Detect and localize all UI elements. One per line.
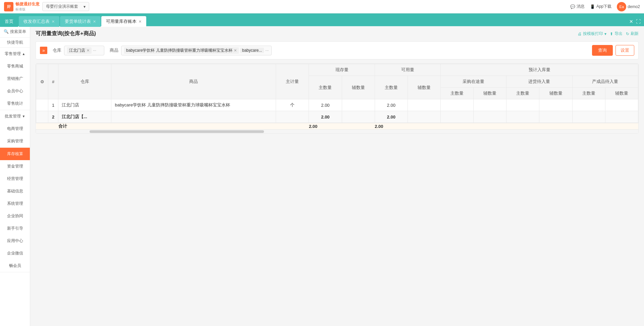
tab-receipts[interactable]: 收发存汇总表 ✕ <box>19 16 59 27</box>
cell-purchase-main <box>441 99 474 111</box>
sidebar-item-ecommerce[interactable]: 电商管理 <box>0 123 30 135</box>
sidebar-item-label: 新手引导 <box>7 226 23 231</box>
remove-warehouse-tag[interactable]: ✕ <box>87 48 90 53</box>
th-incoming-main: 主数量 <box>506 88 539 99</box>
th-available-group: 可用量 <box>375 64 440 76</box>
sidebar-item-purchase[interactable]: 采购管理 <box>0 135 30 147</box>
message-btn[interactable]: 💬 消息 <box>570 4 585 9</box>
sidebar-item-newbie[interactable]: 新手引导 <box>0 222 30 235</box>
query-btn[interactable]: 查询 <box>592 45 613 56</box>
footer-avail-aux <box>408 123 440 129</box>
cell-gear <box>36 99 48 111</box>
sidebar-item-label: 采购管理 <box>7 138 23 144</box>
cell-index: 2 <box>48 111 58 123</box>
filter-expand-btn[interactable]: » <box>40 47 47 54</box>
printer-icon: 🖨 <box>578 32 582 36</box>
app-download-btn[interactable]: 📱 App下载 <box>590 4 611 9</box>
cell-stock-main: 2.00 <box>309 111 342 123</box>
cell-stock-main: 2.00 <box>309 99 342 111</box>
footer-production-aux <box>605 123 638 129</box>
sidebar-section: 零售管理 ▲ 零售商城 营销推广 会员中心 零售统计 <box>0 48 30 110</box>
close-inventory-tab[interactable]: ✕ <box>139 19 142 24</box>
footer-gear <box>36 123 48 129</box>
sidebar-item-label: 零售管理 <box>5 51 21 57</box>
sidebar-item-label: 经营管理 <box>7 176 23 182</box>
sidebar-item-label: 资金管理 <box>7 164 23 169</box>
remove-product-tag[interactable]: ✕ <box>234 48 237 53</box>
cell-incoming-aux <box>539 111 572 123</box>
product-input[interactable]: babycare学饮杯 儿童防摔防撞吸管杯重力球吸嘴杯宝宝水杯 ✕ babyca… <box>121 46 272 55</box>
cell-avail-main: 2.00 <box>375 99 408 111</box>
scroll-thumb[interactable] <box>90 130 264 133</box>
sidebar-item-label: 库存核算 <box>7 151 23 157</box>
sidebar-nav[interactable]: 快捷导航 <box>0 38 30 48</box>
sidebar-item-enterprise-wechat[interactable]: 企业微信 <box>0 247 30 260</box>
tab-home[interactable]: 首页 <box>0 16 18 27</box>
th-purchase-group: 采购在途量 <box>441 76 506 88</box>
horizontal-scrollbar[interactable] <box>36 129 638 133</box>
footer-stock-aux <box>342 123 375 129</box>
refresh-btn[interactable]: ↻ 刷新 <box>626 31 639 37</box>
sidebar-item-wholesale[interactable]: 批发管理 ▼ <box>0 110 30 123</box>
tab-orders[interactable]: 要货单统计表 ✕ <box>60 16 101 27</box>
sidebar-item-app-center[interactable]: 应用中心 <box>0 235 30 247</box>
gear-icon[interactable]: ⚙ <box>40 79 44 84</box>
sidebar-item-retail-mall[interactable]: 零售商城 <box>0 60 30 73</box>
tab-inventory[interactable]: 可用量库存账本 ✕ <box>101 16 146 27</box>
cell-purchase-aux <box>474 111 506 123</box>
filter-area: » 仓库 江北门店 ✕ ··· 商品 babycare学饮杯 儿童防摔防撞吸管杯… <box>36 41 639 59</box>
refresh-icon: ↻ <box>626 32 629 36</box>
sidebar-item-member[interactable]: 会员中心 <box>0 85 30 97</box>
sidebar-item-basic-info[interactable]: 基础信息 <box>0 185 30 197</box>
cell-warehouse: 江北门店 <box>58 99 111 111</box>
more-products-btn[interactable]: ··· <box>265 48 269 53</box>
sidebar-item-label: 零售商城 <box>7 63 23 69</box>
table-footer: 合计 2.00 2.00 <box>36 123 638 129</box>
cell-index: 1 <box>48 99 58 111</box>
product-tag-short: babycare... <box>240 48 264 53</box>
cell-product: babycare学饮杯 儿童防摔防撞吸管杯重力球吸嘴杯宝宝水杯 <box>111 99 276 111</box>
cell-purchase-aux <box>474 99 506 111</box>
sidebar-item-finance[interactable]: 资金管理 <box>0 160 30 173</box>
footer-purchase-aux <box>474 123 506 129</box>
settings-btn[interactable]: 设置 <box>615 45 634 56</box>
sidebar-item-enterprise[interactable]: 企业协同 <box>0 210 30 222</box>
home-tab-label: 首页 <box>5 18 13 25</box>
sidebar-item-system[interactable]: 系统管理 <box>0 197 30 210</box>
print-btn[interactable]: 🖨 按模板打印 ▾ <box>578 31 606 37</box>
sidebar-item-marketing[interactable]: 营销推广 <box>0 73 30 85</box>
sidebar-item-retail-mgmt[interactable]: 零售管理 ▲ <box>0 48 30 60</box>
sidebar-item-operations[interactable]: 经营管理 <box>0 173 30 185</box>
product-tag: babycare学饮杯 儿童防摔防撞吸管杯重力球吸嘴杯宝宝水杯 ✕ <box>124 47 239 54</box>
th-gear[interactable]: ⚙ <box>36 64 48 99</box>
close-receipts-tab[interactable]: ✕ <box>52 19 55 24</box>
close-orders-tab[interactable]: ✕ <box>93 19 96 24</box>
cell-production-aux <box>605 111 638 123</box>
more-warehouses-btn[interactable]: ··· <box>93 48 96 53</box>
footer-purchase-main <box>441 123 474 129</box>
cell-stock-aux <box>342 99 375 111</box>
sidebar-item-retail-stats[interactable]: 零售统计 <box>0 97 30 110</box>
sidebar-item-label: 会员中心 <box>7 88 23 94</box>
industry-selector[interactable]: 母婴行业演示账套 ▾ <box>42 2 89 11</box>
sidebar-search[interactable]: 🔍 搜索菜单 <box>0 26 30 38</box>
footer-avail-main: 2.00 <box>375 123 408 129</box>
maximize-icon[interactable]: ⛶ <box>636 19 641 24</box>
warehouse-tag: 江北门店 ✕ <box>67 47 92 54</box>
warehouse-input[interactable]: 江北门店 ✕ ··· <box>64 46 104 55</box>
logo-icon: 好 <box>4 2 13 11</box>
th-purchase-aux: 辅数量 <box>474 88 506 99</box>
th-production-aux: 辅数量 <box>605 88 638 99</box>
product-filter-group: 商品 babycare学饮杯 儿童防摔防撞吸管杯重力球吸嘴杯宝宝水杯 ✕ bab… <box>110 46 272 55</box>
sidebar-item-label: 企业协同 <box>7 213 23 219</box>
close-all-tabs[interactable]: ✕ <box>629 19 633 24</box>
cell-incoming-aux <box>539 99 572 111</box>
page-title: 可用量查询(按仓库+商品) <box>36 30 96 37</box>
logo-area: 好 畅捷通好生意 标准版 <box>4 1 40 12</box>
user-menu[interactable]: Ea demo2 <box>617 2 640 11</box>
sidebar-item-inventory-check[interactable]: 库存核算 <box>0 148 30 160</box>
export-btn[interactable]: ⬆ 导出 <box>610 31 623 37</box>
sidebar-item-vip[interactable]: 畅会员 <box>0 260 30 272</box>
sidebar-item-label: 畅会员 <box>9 263 21 269</box>
sidebar-item-label: 应用中心 <box>7 238 23 244</box>
